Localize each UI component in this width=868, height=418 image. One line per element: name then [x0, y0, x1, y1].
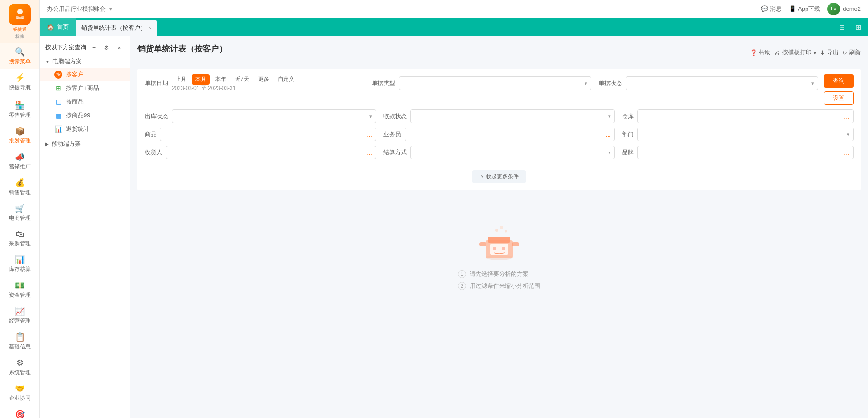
status-cell: 单据状态 ▾: [599, 74, 818, 92]
goods-icon: ▤: [54, 98, 62, 106]
dept-select[interactable]: ▾: [637, 128, 854, 141]
svg-point-10: [500, 226, 503, 229]
date-btn-lastmonth[interactable]: 上月: [172, 74, 190, 85]
sidebar-business[interactable]: 📈 经营管理: [0, 303, 39, 328]
svg-point-0: [17, 9, 23, 14]
sidebar-retail[interactable]: 🏪 零售管理: [0, 97, 39, 123]
settings-btn[interactable]: 设置: [824, 91, 854, 105]
sidebar-wholesale[interactable]: 📦 批发管理: [0, 123, 39, 148]
username-label: demo2: [843, 5, 861, 12]
receipt-arrow: ▾: [608, 114, 611, 119]
purchase-icon: 🛍: [16, 229, 24, 239]
desktop-group-label: 电脑端方案: [52, 57, 82, 66]
sidebar-sales[interactable]: 💰 销售管理: [0, 174, 39, 200]
tab-home-label: 首页: [57, 23, 69, 31]
topbar-left: 办公用品行业模拟账套 ▾: [47, 5, 112, 13]
staff-select[interactable]: ...: [405, 128, 615, 141]
query-btn[interactable]: 查询: [824, 74, 854, 88]
export-btn[interactable]: ⬇ 导出: [820, 48, 839, 57]
top-title-dropdown[interactable]: ▾: [109, 6, 112, 12]
payment-cell: 结算方式 ▾: [383, 146, 615, 159]
sidebar-ecommerce-label: 电商管理: [9, 214, 31, 222]
sidebar-marketing[interactable]: 📣 营销推广: [0, 148, 39, 174]
app-download-label: App下载: [798, 5, 820, 13]
payment-select[interactable]: ▾: [410, 146, 615, 159]
help-icon: ❓: [750, 49, 757, 56]
status-select[interactable]: ▾: [626, 76, 818, 90]
minimize-btn[interactable]: ⊟: [835, 21, 848, 33]
scheme-item-return[interactable]: 📊 退货统计: [40, 122, 130, 136]
scheme-collapse-btn[interactable]: «: [114, 43, 124, 52]
basic-icon: 📋: [15, 332, 25, 342]
message-btn[interactable]: 💬 消息: [761, 5, 782, 13]
date-btn-custom[interactable]: 自定义: [274, 74, 298, 85]
sidebar-basic[interactable]: 📋 基础信息: [0, 328, 39, 354]
filter-section: 单据日期 上月 本月 本年 近7天 更多 自定义 20: [137, 69, 861, 190]
sidebar-purchase[interactable]: 🛍 采购管理: [0, 226, 39, 251]
sidebar-ecommerce[interactable]: 🛒 电商管理: [0, 200, 39, 226]
date-btn-more[interactable]: 更多: [255, 74, 273, 85]
receiver-label: 收货人: [145, 148, 162, 157]
warehouse-select[interactable]: ...: [637, 109, 854, 123]
sidebar-shortcut[interactable]: ⚡ 快捷导航: [0, 69, 39, 95]
scheme-group-desktop-header[interactable]: ▼ 电脑端方案: [40, 55, 130, 68]
content-area: 按以下方案查询 + ⚙ « ▼ 电脑端方案 按 按客户 ⊞: [40, 36, 868, 418]
scheme-item-customer[interactable]: 按 按客户: [40, 68, 130, 81]
sidebar-collab[interactable]: 🤝 企业协同: [0, 380, 39, 406]
avatar-text: Ea: [831, 6, 836, 11]
payment-arrow: ▾: [608, 150, 611, 156]
warehouse-control: ...: [637, 109, 854, 123]
refresh-label: 刷新: [849, 48, 861, 57]
date-filter-control: 上月 本月 本年 近7天 更多 自定义 2023-03-01 至 2023-03…: [172, 74, 364, 92]
scheme-group-mobile-header[interactable]: ▶ 移动端方案: [40, 138, 130, 150]
scheme-item-customer-goods[interactable]: ⊞ 按客户+商品: [40, 81, 130, 95]
svg-rect-5: [488, 237, 510, 243]
refresh-btn[interactable]: ↻ 刷新: [842, 48, 861, 57]
collapse-bg[interactable]: ∧ 收起更多条件: [472, 170, 525, 183]
brand-select[interactable]: ...: [637, 146, 854, 159]
action-buttons: 查询 设置: [824, 74, 854, 105]
status-arrow: ▾: [811, 81, 814, 86]
tab-close-btn[interactable]: ×: [149, 25, 151, 31]
search-icon: 🔍: [15, 47, 25, 57]
home-icon: 🏠: [47, 24, 54, 31]
scheme-item-goods[interactable]: ▤ 按商品: [40, 95, 130, 109]
sidebar-inventory-label: 库存核算: [9, 266, 31, 273]
svg-point-2: [21, 16, 24, 19]
goods-select[interactable]: ...: [160, 128, 376, 141]
scheme-item-goods99[interactable]: ▤ 按商品99: [40, 109, 130, 122]
collapse-bar[interactable]: ∧ 收起更多条件: [145, 163, 854, 187]
sidebar-inventory[interactable]: 📊 库存核算: [0, 251, 39, 277]
scheme-actions: + ⚙ «: [89, 43, 124, 52]
help-btn[interactable]: ❓ 帮助: [750, 48, 771, 57]
step1-text: 请先选择要分析的方案: [470, 270, 528, 278]
date-btn-thismonth[interactable]: 本月: [192, 74, 210, 85]
business-icon: 📈: [15, 306, 25, 316]
out-select[interactable]: ▾: [172, 109, 376, 123]
sidebar-finance[interactable]: 💵 资金管理: [0, 277, 39, 303]
print-btn[interactable]: 🖨 按模板打印 ▾: [774, 48, 816, 57]
tab-sales-stat[interactable]: 销货单统计表（按客户） ×: [76, 20, 157, 36]
sidebar-guide[interactable]: 🎯 新手引导: [0, 406, 39, 418]
receiver-select[interactable]: ...: [166, 146, 376, 159]
customer-goods-icon: ⊞: [54, 84, 62, 92]
user-profile[interactable]: Ea demo2: [827, 3, 861, 15]
sidebar-basic-label: 基础信息: [9, 343, 31, 351]
svg-point-7: [493, 247, 496, 250]
dept-cell: 部门 ▾: [622, 128, 854, 141]
scheme-item-goods-label: 按商品: [66, 98, 84, 106]
maximize-btn[interactable]: ⊞: [852, 21, 864, 33]
receipt-select[interactable]: ▾: [410, 109, 615, 123]
sidebar-search[interactable]: 🔍 搜索菜单: [0, 43, 39, 69]
tab-home[interactable]: 🏠 首页: [40, 18, 76, 36]
date-cell: 单据日期 上月 本月 本年 近7天 更多 自定义 20: [145, 74, 364, 92]
sidebar-shortcut-label: 快捷导航: [9, 84, 31, 91]
date-btn-thisyear[interactable]: 本年: [212, 74, 230, 85]
date-btn-7days[interactable]: 近7天: [231, 74, 253, 85]
app-download-btn[interactable]: 📱 App下载: [789, 5, 820, 13]
type-select[interactable]: ▾: [399, 76, 591, 90]
scheme-edit-btn[interactable]: ⚙: [102, 43, 112, 52]
scheme-add-btn[interactable]: +: [89, 43, 99, 52]
sidebar-system[interactable]: ⚙ 系统管理: [0, 354, 39, 380]
type-label: 单据类型: [372, 79, 395, 87]
